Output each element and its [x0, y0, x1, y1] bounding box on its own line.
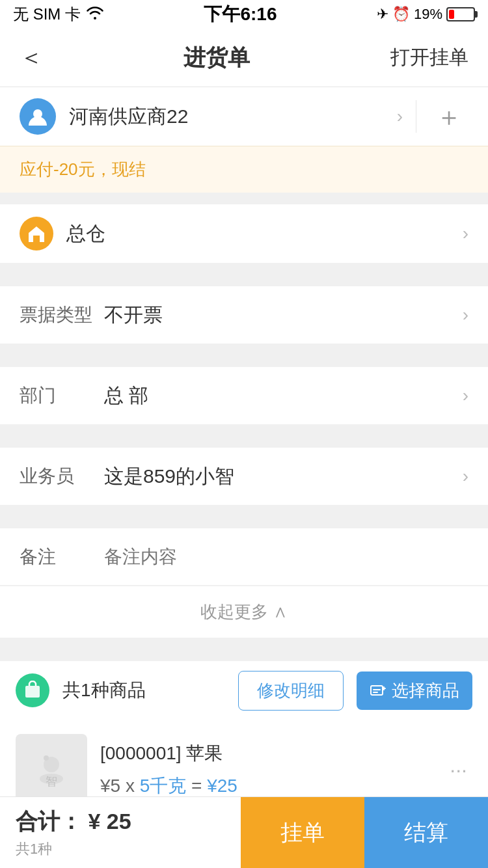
- separator4: [0, 436, 488, 448]
- separator: [0, 193, 488, 204]
- battery-percent: 19%: [414, 6, 442, 23]
- total-section: 合计： ¥ 25 共1种: [0, 807, 241, 859]
- select-product-label: 选择商品: [392, 679, 459, 702]
- notice-text: 应付-20元，现结: [20, 159, 146, 179]
- supplier-row[interactable]: 河南供应商22 › ＋: [0, 87, 488, 146]
- page-title: 进货单: [183, 43, 250, 73]
- status-bar: 无 SIM 卡 下午6:16 ✈ ⏰ 19%: [0, 0, 488, 29]
- hang-button[interactable]: 挂单: [241, 797, 364, 869]
- product-more-button[interactable]: ···: [444, 758, 472, 782]
- invoice-row[interactable]: 票据类型 不开票 ›: [0, 286, 488, 344]
- product-code: [0000001]: [100, 743, 182, 763]
- location-icon: ✈: [377, 6, 388, 23]
- dept-row[interactable]: 部门 总 部 ›: [0, 367, 488, 424]
- invoice-card: 票据类型 不开票 ›: [0, 286, 488, 344]
- back-button[interactable]: ＜: [20, 42, 43, 74]
- alarm-icon: ⏰: [392, 6, 410, 23]
- separator6: [0, 649, 488, 661]
- remark-label: 备注: [20, 545, 104, 569]
- supplier-card: 河南供应商22 › ＋ 应付-20元，现结: [0, 87, 488, 193]
- collapse-row[interactable]: 收起更多 ∧: [0, 586, 488, 638]
- wifi-icon: [86, 5, 104, 23]
- status-left: 无 SIM 卡: [13, 4, 104, 25]
- collapse-label: 收起更多 ∧: [200, 601, 287, 623]
- unit-price: ¥5: [100, 776, 120, 796]
- main-content: 河南供应商22 › ＋ 应付-20元，现结 总仓 › 票据类型 不: [0, 87, 488, 868]
- separator5: [0, 517, 488, 528]
- sales-label: 业务员: [20, 464, 104, 489]
- product-info: [0000001] 苹果 ¥5 x 5千克 = ¥25: [100, 741, 431, 798]
- total-amount: 合计： ¥ 25: [16, 807, 225, 837]
- multiply-sign: x: [126, 776, 140, 796]
- invoice-label: 票据类型: [20, 303, 104, 327]
- dept-chevron-icon: ›: [463, 385, 468, 406]
- product-title: 苹果: [186, 743, 223, 763]
- nav-bar: ＜ 进货单 打开挂单: [0, 29, 488, 87]
- total-count: 共1种: [16, 839, 225, 859]
- remark-input[interactable]: [104, 547, 468, 567]
- sales-chevron-icon: ›: [463, 466, 468, 487]
- open-hang-button[interactable]: 打开挂单: [390, 44, 468, 71]
- product-price: ¥5 x 5千克 = ¥25: [100, 774, 431, 798]
- supplier-avatar: [20, 98, 56, 135]
- products-card: 共1种商品 修改明细 选择商品 智: [0, 661, 488, 819]
- warehouse-name: 总仓: [66, 221, 456, 247]
- products-header: 共1种商品 修改明细 选择商品: [0, 661, 488, 720]
- separator2: [0, 275, 488, 286]
- battery-fill: [449, 10, 454, 19]
- notice-bar: 应付-20元，现结: [0, 146, 488, 193]
- remark-card: 备注 收起更多 ∧: [0, 528, 488, 638]
- remark-row[interactable]: 备注: [0, 528, 488, 586]
- separator3: [0, 355, 488, 367]
- svg-point-5: [44, 755, 49, 761]
- sales-row[interactable]: 业务员 这是859的小智 ›: [0, 448, 488, 505]
- invoice-chevron-icon: ›: [463, 305, 468, 325]
- quantity: 5千克: [140, 776, 187, 796]
- total-value: ¥ 25: [88, 809, 131, 834]
- product-thumbnail: 智: [16, 734, 87, 806]
- total-price: ¥25: [207, 776, 237, 796]
- svg-text:智: 智: [46, 775, 57, 788]
- status-right: ✈ ⏰ 19%: [377, 6, 475, 23]
- invoice-value: 不开票: [104, 302, 456, 329]
- equals-sign: =: [191, 776, 207, 796]
- select-product-button[interactable]: 选择商品: [357, 671, 472, 710]
- dept-label: 部门: [20, 383, 104, 408]
- battery-icon: [446, 7, 475, 21]
- dept-value: 总 部: [104, 383, 456, 409]
- sales-value: 这是859的小智: [104, 463, 456, 490]
- status-time: 下午6:16: [204, 2, 277, 27]
- divider: [416, 100, 416, 133]
- product-name: [0000001] 苹果: [100, 741, 431, 766]
- carrier-text: 无 SIM 卡: [13, 4, 81, 25]
- dept-card: 部门 总 部 ›: [0, 367, 488, 424]
- svg-rect-2: [25, 686, 40, 698]
- products-icon: [16, 673, 49, 707]
- total-label: 合计：: [16, 809, 82, 834]
- products-count: 共1种商品: [62, 678, 225, 703]
- checkout-button[interactable]: 结算: [364, 797, 488, 869]
- warehouse-card: 总仓 ›: [0, 204, 488, 263]
- sales-card: 业务员 这是859的小智 ›: [0, 448, 488, 505]
- supplier-name: 河南供应商22: [69, 103, 390, 130]
- add-supplier-button[interactable]: ＋: [429, 99, 468, 135]
- warehouse-row[interactable]: 总仓 ›: [0, 204, 488, 263]
- warehouse-icon: [20, 217, 53, 251]
- svg-rect-1: [33, 236, 40, 242]
- bottom-bar: 合计： ¥ 25 共1种 挂单 结算: [0, 796, 488, 868]
- warehouse-chevron-icon: ›: [463, 223, 468, 244]
- modify-detail-button[interactable]: 修改明细: [238, 671, 344, 711]
- supplier-chevron-icon: ›: [397, 106, 403, 127]
